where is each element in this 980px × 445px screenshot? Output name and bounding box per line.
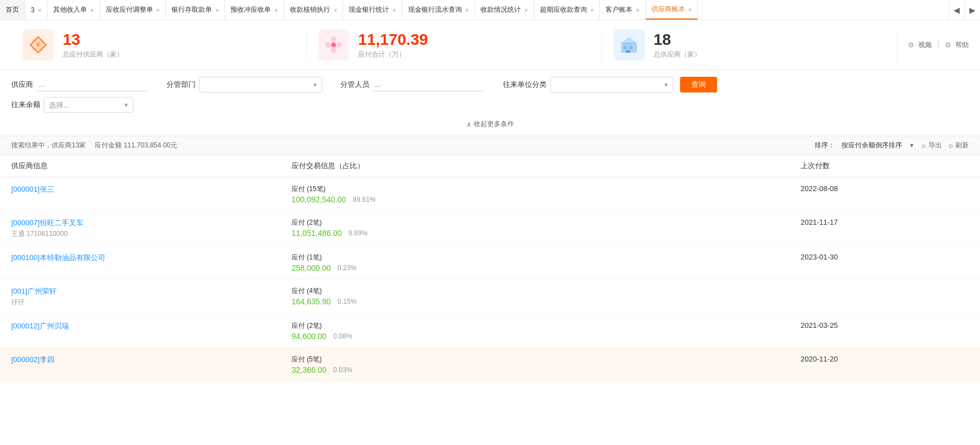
table-row: [000002]李四 应付 (5笔) 32,366.00 0.03% 2020-… [0, 348, 980, 382]
category-select[interactable] [550, 77, 673, 92]
supplier-name-link[interactable]: [000012]广州贝瑞 [11, 322, 69, 330]
supplier-info-cell: [000007]恒旺二手叉车 王通 17106110000 [11, 218, 292, 239]
close-customer-ledger-icon[interactable]: × [636, 7, 639, 13]
nav-arrow-right[interactable]: ▶ [964, 0, 980, 20]
close-payment-exec-icon[interactable]: × [334, 7, 337, 13]
supplier-info-cell: [000100]本特勒油品有限公司 [11, 253, 292, 263]
search-button[interactable]: 查询 [680, 77, 717, 92]
top-navigation: 首页 3 × 其他收入单 × 应收应付调整单 × 银行存取款单 × 预收冲应收单… [0, 0, 980, 20]
nav-receipt-stat[interactable]: 收款情况统计 × [475, 0, 534, 20]
refresh-button[interactable]: ○ 刷新 [949, 141, 969, 150]
supplier-filter: 供应商 [11, 78, 149, 91]
trans-percent: 89.61% [353, 196, 376, 203]
help-links: ⊙ 视频 │ ⊙ 帮助 [897, 40, 969, 50]
nav-home-label: 首页 [6, 5, 19, 15]
svg-point-4 [331, 36, 336, 42]
supplier-name-link[interactable]: [000100]本特勒油品有限公司 [11, 253, 105, 262]
nav-customer-ledger[interactable]: 客户账本 × [600, 0, 645, 20]
nav-ar-ap-adjust[interactable]: 应收应付调整单 × [100, 0, 166, 20]
svg-text:¥: ¥ [36, 41, 40, 49]
transaction-info-cell: 应付 (1笔) 258,000.00 0.23% [292, 253, 801, 272]
nav-tab-3[interactable]: 3 × [25, 0, 48, 20]
dept-select[interactable] [199, 77, 322, 92]
nav-prepay-offset[interactable]: 预收冲应收单 × [225, 0, 284, 20]
balance-select[interactable]: 选择... [44, 97, 133, 113]
supplier-sub-info: 王通 17106110000 [11, 229, 292, 239]
svg-rect-11 [629, 46, 632, 49]
nav-cash-flow[interactable]: 现金银行流水查询 × [403, 0, 475, 20]
nav-bank-deposit-label: 银行存取款单 [172, 5, 212, 15]
nav-customer-ledger-label: 客户账本 [605, 5, 632, 15]
summary-card-total-payable: 11,170.39 应付合计（万） [307, 29, 602, 61]
trans-amount-row: 100,092,540.00 89.61% [292, 195, 801, 204]
total-suppliers-text: 18 总供应商（家） [654, 30, 701, 60]
nav-prepay-offset-label: 预收冲应收单 [230, 5, 271, 15]
person-filter: 分管人员 [340, 78, 485, 91]
supplier-name-link[interactable]: [000007]恒旺二手叉车 [11, 219, 84, 227]
svg-rect-14 [622, 43, 636, 44]
close-tab-3-icon[interactable]: × [38, 7, 41, 13]
close-other-income-icon[interactable]: × [90, 7, 94, 13]
close-bank-deposit-icon[interactable]: × [215, 7, 219, 13]
close-cash-flow-icon[interactable]: × [465, 7, 469, 13]
export-label: 导出 [928, 141, 942, 150]
close-ar-ap-adjust-icon[interactable]: × [156, 7, 160, 13]
last-payment-date: 2023-01-30 [801, 253, 838, 261]
nav-cash-bank-stat[interactable]: 现金银行统计 × [343, 0, 402, 20]
table-row: [000007]恒旺二手叉车 王通 17106110000 应付 (2笔) 11… [0, 211, 980, 246]
result-bar: 搜索结果中，供应商13家 应付金额 111,703,854.00元 排序： 按应… [0, 136, 980, 155]
balance-select-wrapper: 选择... ▼ [44, 97, 133, 113]
supplier-name-link[interactable]: [000001]张三 [11, 185, 54, 193]
svg-point-6 [325, 42, 331, 48]
balance-filter-label: 往来余额 [11, 100, 40, 110]
trans-amount-link[interactable]: 94,600.00 [292, 332, 326, 341]
nav-supplier-ledger[interactable]: 供应商账本 × [646, 0, 698, 20]
trans-label: 应付 (4笔) [292, 286, 801, 296]
collapse-label: 收起更多条件 [474, 119, 514, 129]
close-receipt-stat-icon[interactable]: × [524, 7, 528, 13]
trans-amount-link[interactable]: 164,635.90 [292, 297, 331, 306]
supplier-name-link[interactable]: [000002]李四 [11, 355, 54, 364]
sort-chevron-icon: ▼ [909, 142, 914, 149]
nav-arrow-group: ◀ ▶ [949, 0, 980, 20]
close-supplier-ledger-icon[interactable]: × [688, 6, 692, 13]
nav-overdue-query[interactable]: 超期应收款查询 × [534, 0, 600, 20]
close-prepay-offset-icon[interactable]: × [274, 7, 278, 13]
export-button[interactable]: ○ 导出 [921, 141, 941, 150]
category-filter-label: 往来单位分类 [503, 80, 547, 90]
trans-percent: 0.03% [333, 366, 352, 374]
nav-cash-flow-label: 现金银行流水查询 [408, 5, 462, 15]
supplier-filter-label: 供应商 [11, 80, 33, 90]
sort-value[interactable]: 按应付余额倒序排序 [842, 141, 902, 150]
last-payment-cell: 2021-11-17 [801, 218, 969, 226]
close-overdue-query-icon[interactable]: × [590, 7, 594, 13]
person-input[interactable] [373, 78, 485, 91]
amount-text: 应付金额 111,703,854.00元 [95, 141, 177, 150]
nav-payment-exec[interactable]: 收款核销执行 × [284, 0, 343, 20]
nav-bank-deposit[interactable]: 银行存取款单 × [166, 0, 225, 20]
trans-amount-link[interactable]: 100,092,540.00 [292, 195, 346, 204]
trans-amount-row: 11,051,486.00 9.89% [292, 229, 801, 238]
nav-other-income-label: 其他收入单 [53, 5, 87, 15]
supplier-name-link[interactable]: [001]广州荣轩 [11, 287, 57, 295]
trans-amount-link[interactable]: 11,051,486.00 [292, 229, 342, 238]
summary-card-payable-suppliers: ¥ 13 总应付供应商（家） [11, 29, 307, 61]
trans-amount-link[interactable]: 258,000.00 [292, 263, 331, 272]
export-circle-icon: ○ [921, 141, 926, 150]
collapse-button[interactable]: ∧ 收起更多条件 [11, 117, 969, 131]
nav-other-income[interactable]: 其他收入单 × [48, 0, 100, 20]
flower-icon [323, 35, 344, 55]
help-link[interactable]: 帮助 [955, 40, 969, 50]
trans-amount-link[interactable]: 32,366.00 [292, 365, 326, 374]
supplier-input[interactable] [36, 78, 149, 91]
video-link[interactable]: 视频 [918, 40, 932, 50]
col-supplier-info: 供应商信息 [11, 161, 292, 171]
close-cash-bank-stat-icon[interactable]: × [392, 7, 396, 13]
table-row: [000012]广州贝瑞 应付 (2笔) 94,600.00 0.08% 202… [0, 314, 980, 348]
nav-arrow-left[interactable]: ◀ [949, 0, 964, 20]
person-filter-label: 分管人员 [340, 80, 369, 90]
nav-supplier-ledger-label: 供应商账本 [651, 4, 685, 14]
payable-suppliers-icon: ¥ [22, 29, 54, 61]
nav-home[interactable]: 首页 [0, 0, 25, 20]
payable-suppliers-count: 13 [63, 30, 123, 49]
